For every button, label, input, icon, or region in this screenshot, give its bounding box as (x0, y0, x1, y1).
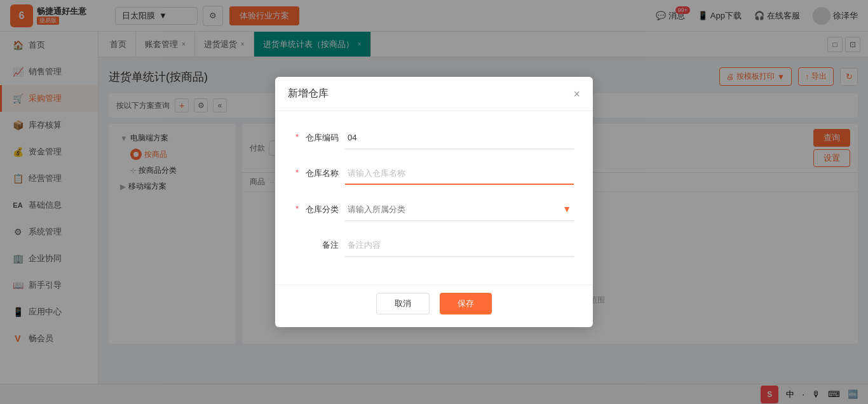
modal-footer: 取消 保存 (275, 285, 593, 327)
modal-overlay[interactable]: 新增仓库 × 仓库编码 仓库名称 仓库分类 ▼ (0, 0, 868, 404)
modal-body: 仓库编码 仓库名称 仓库分类 ▼ 备注 (275, 111, 593, 285)
warehouse-remark-row: 备注 (294, 234, 574, 257)
warehouse-name-input[interactable] (345, 162, 574, 185)
cancel-button[interactable]: 取消 (376, 293, 430, 314)
category-dropdown-icon: ▼ (562, 204, 571, 214)
warehouse-category-row: 仓库分类 ▼ (294, 198, 574, 221)
warehouse-remark-label: 备注 (294, 239, 345, 251)
modal-title: 新增仓库 (288, 87, 329, 100)
warehouse-code-row: 仓库编码 (294, 126, 574, 149)
warehouse-category-label: 仓库分类 (294, 204, 345, 215)
modal-header: 新增仓库 × (275, 77, 593, 111)
warehouse-code-input[interactable] (345, 126, 574, 149)
warehouse-category-input[interactable] (345, 198, 574, 220)
warehouse-code-label: 仓库编码 (294, 132, 345, 144)
warehouse-name-row: 仓库名称 (294, 162, 574, 185)
warehouse-category-select-wrap: ▼ (345, 198, 574, 221)
warehouse-remark-input[interactable] (345, 234, 574, 257)
add-warehouse-modal: 新增仓库 × 仓库编码 仓库名称 仓库分类 ▼ (275, 77, 593, 327)
modal-close-button[interactable]: × (573, 88, 580, 100)
save-button[interactable]: 保存 (440, 293, 492, 314)
warehouse-name-label: 仓库名称 (294, 168, 345, 179)
